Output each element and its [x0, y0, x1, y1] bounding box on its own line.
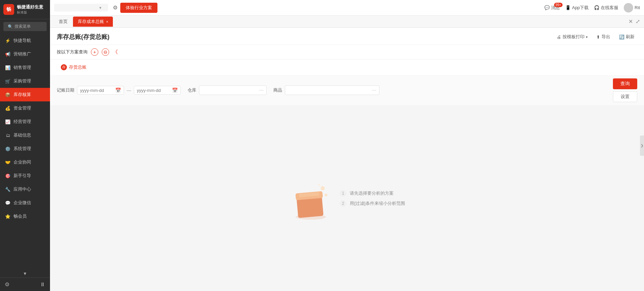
- message-icon: 💬: [544, 5, 550, 10]
- online-service-button[interactable]: 🎧 在线客服: [594, 5, 618, 11]
- service-icon: 🎧: [594, 5, 599, 10]
- sidebar-scroll-down[interactable]: ▼: [0, 270, 50, 277]
- chevron-down-icon[interactable]: ▾: [99, 5, 101, 10]
- sidebar-search[interactable]: 🔍 搜索菜单: [3, 22, 47, 31]
- sidebar-item-finance[interactable]: 💰 资金管理: [0, 101, 50, 115]
- filter-add-button[interactable]: +: [91, 48, 98, 56]
- sidebar-item-basic[interactable]: 🗂 基础信息: [0, 128, 50, 142]
- empty-svg: [289, 178, 333, 222]
- date-to-input-wrap: 📅: [134, 86, 181, 95]
- operations-icon: 📈: [5, 119, 11, 125]
- sidebar-item-shortcut[interactable]: ⚡ 快捷导航: [0, 34, 50, 47]
- member-icon: ⭐: [5, 213, 11, 219]
- date-label: 记账日期: [57, 87, 74, 93]
- goods-label: 商品: [273, 87, 282, 93]
- sidebar-menu: ⚡ 快捷导航 📢 营销推广 📊 销售管理 🛒 采购管理 📦 库存核算 💰 资金管…: [0, 34, 50, 270]
- page-content: 库存总账(存货总账) 🖨 按模板打印 ▾ ⬆ 导出 🔄 刷新: [50, 28, 644, 291]
- marketing-icon: 📢: [5, 51, 11, 57]
- tab-close-icon[interactable]: ×: [106, 20, 108, 24]
- right-panel-toggle[interactable]: ❯: [640, 136, 644, 156]
- empty-illustration: [289, 178, 329, 219]
- filter-row: 记账日期 📅 — 📅 仓库 ··· 商品 ···: [50, 75, 644, 106]
- date-from-input[interactable]: [80, 88, 114, 93]
- newbie-icon: 🎯: [5, 173, 11, 179]
- sidebar-item-member[interactable]: ⭐ 畅会员: [0, 210, 50, 223]
- refresh-icon: 🔄: [619, 34, 624, 40]
- calendar-to-icon[interactable]: 📅: [172, 88, 178, 93]
- hint-item-2: 2 用[过滤]条件来缩小分析范围: [340, 200, 405, 207]
- user-avatar[interactable]: Rit: [624, 3, 640, 13]
- basic-icon: 🗂: [5, 132, 11, 138]
- empty-inner: 1 请先选择要分析的方案 2 用[过滤]条件来缩小分析范围: [289, 178, 405, 219]
- sales-icon: 📊: [5, 65, 11, 71]
- tab-inventory-ledger[interactable]: 库存成本总账 ×: [73, 17, 113, 27]
- refresh-button[interactable]: 🔄 刷新: [616, 32, 637, 41]
- sidebar-item-inventory[interactable]: 📦 库存核算: [0, 88, 50, 101]
- sidebar-item-apps[interactable]: 🔧 应用中心: [0, 183, 50, 196]
- message-button[interactable]: 💬 消息 99+: [544, 5, 560, 11]
- header-search-area[interactable]: ▾: [54, 4, 108, 11]
- tab-bar: 首页 库存成本总账 × ✕ ⤢: [50, 16, 644, 28]
- warehouse-select[interactable]: ···: [199, 86, 267, 95]
- main-content: ▾ ⚙ 体验行业方案 💬 消息 99+ 📱 App下载 🎧 在线客服 Rit: [50, 0, 644, 291]
- sidebar: 畅 畅捷通好生意 标准版 🔍 搜索菜单 ⚡ 快捷导航 📢 营销推广 📊 销售管理…: [0, 0, 50, 291]
- purchase-icon: 🛒: [5, 78, 11, 84]
- system-icon: ⚙️: [5, 146, 11, 152]
- header-right: 💬 消息 99+ 📱 App下载 🎧 在线客服 Rit: [544, 3, 640, 13]
- filter-bar: 按以下方案查询 + ⊖ 《: [50, 45, 644, 59]
- page-header-actions: 🖨 按模板打印 ▾ ⬆ 导出 🔄 刷新: [554, 32, 637, 41]
- empty-state: 1 请先选择要分析的方案 2 用[过滤]条件来缩小分析范围: [50, 106, 644, 291]
- export-icon: ⬆: [596, 34, 600, 40]
- sidebar-item-operations[interactable]: 📈 经营管理: [0, 115, 50, 128]
- search-icon: 🔍: [8, 24, 13, 29]
- scheme-item-inventory[interactable]: 存 存货总账: [57, 62, 91, 72]
- enterprise-icon: 🤝: [5, 159, 11, 165]
- tab-home[interactable]: 首页: [54, 17, 72, 27]
- sidebar-logo: 畅 畅捷通好生意 标准版: [0, 0, 50, 19]
- tab-panel-right: ✕ ⤢: [628, 18, 640, 25]
- date-from-input-wrap: 📅: [77, 86, 124, 95]
- sidebar-item-sales[interactable]: 📊 销售管理: [0, 61, 50, 74]
- date-separator: —: [127, 88, 131, 93]
- query-button[interactable]: 查询: [613, 78, 637, 89]
- app-download-button[interactable]: 📱 App下载: [565, 5, 589, 11]
- date-to-input[interactable]: [137, 88, 171, 93]
- settings-footer-icon[interactable]: ⚙: [5, 281, 9, 288]
- shortcut-icon: ⚡: [5, 38, 11, 44]
- scheme-area: 存 存货总账: [50, 59, 644, 75]
- app-logo-icon: 畅: [3, 4, 14, 15]
- goods-more-icon[interactable]: ···: [372, 87, 376, 93]
- wechat-icon: 💬: [5, 200, 11, 206]
- header-search-input[interactable]: [57, 5, 98, 10]
- trial-button[interactable]: 体验行业方案: [120, 3, 157, 13]
- scheme-icon: 存: [61, 64, 67, 70]
- svg-point-6: [318, 184, 320, 186]
- export-button[interactable]: ⬆ 导出: [594, 32, 613, 41]
- page-title: 库存总账(存货总账): [57, 33, 109, 41]
- empty-hints: 1 请先选择要分析的方案 2 用[过滤]条件来缩小分析范围: [340, 190, 405, 207]
- goods-select[interactable]: ···: [285, 86, 379, 95]
- expand-panel-icon[interactable]: ⤢: [636, 18, 640, 25]
- audio-footer-icon[interactable]: ⏸: [40, 282, 45, 288]
- sidebar-item-wechat[interactable]: 💬 企业微信: [0, 196, 50, 210]
- warehouse-label: 仓库: [188, 87, 196, 93]
- header-left: ▾ ⚙ 体验行业方案: [54, 3, 544, 13]
- sidebar-item-system[interactable]: ⚙️ 系统管理: [0, 142, 50, 155]
- settings-button[interactable]: 设置: [613, 91, 637, 102]
- message-badge: 99+: [554, 3, 563, 7]
- app-name-text: 畅捷通好生意 标准版: [17, 4, 43, 15]
- calendar-from-icon[interactable]: 📅: [115, 88, 121, 93]
- filter-collapse-icon[interactable]: 《: [113, 49, 118, 56]
- top-header: ▾ ⚙ 体验行业方案 💬 消息 99+ 📱 App下载 🎧 在线客服 Rit: [50, 0, 644, 16]
- sidebar-item-enterprise[interactable]: 🤝 企业协同: [0, 155, 50, 169]
- header-gear-icon[interactable]: ⚙: [113, 4, 118, 11]
- scheme-label: 存货总账: [69, 64, 86, 70]
- print-icon: 🖨: [557, 34, 561, 40]
- print-button[interactable]: 🖨 按模板打印 ▾: [554, 32, 590, 41]
- sidebar-item-newbie[interactable]: 🎯 新手引导: [0, 169, 50, 183]
- sidebar-item-purchase[interactable]: 🛒 采购管理: [0, 74, 50, 88]
- filter-delete-button[interactable]: ⊖: [102, 48, 109, 56]
- sidebar-item-marketing[interactable]: 📢 营销推广: [0, 47, 50, 61]
- warehouse-more-icon[interactable]: ···: [259, 87, 264, 93]
- close-panel-icon[interactable]: ✕: [628, 18, 633, 25]
